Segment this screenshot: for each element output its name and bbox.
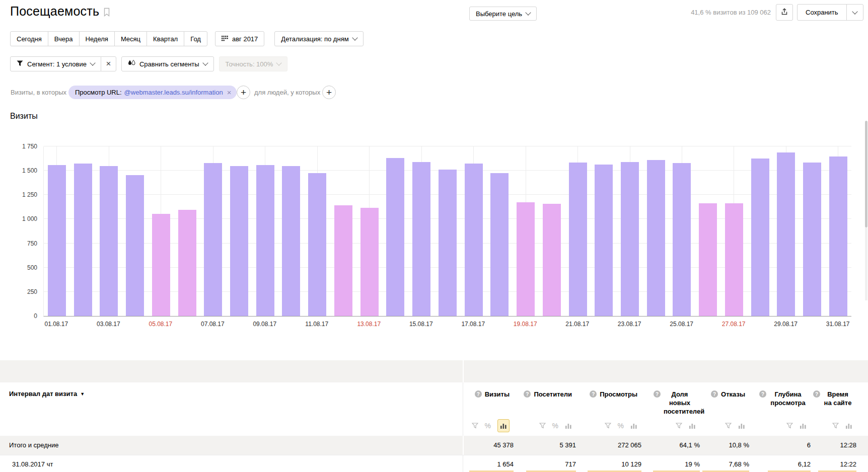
export-button[interactable] xyxy=(776,4,793,21)
preset-button-6[interactable]: Год xyxy=(184,31,207,46)
help-icon[interactable]: ? xyxy=(654,390,661,398)
visits-bar[interactable] xyxy=(829,156,847,316)
detail-level-button[interactable]: Детализация: по дням xyxy=(274,31,363,46)
save-button[interactable]: Сохранить xyxy=(797,4,863,21)
column-header-label: Глубина просмотра xyxy=(769,390,807,407)
row-value: 10 129 xyxy=(577,460,642,472)
table-header: Интервал дат визита▼ ?Визиты?Посетители?… xyxy=(0,382,868,436)
visits-bar[interactable] xyxy=(595,165,613,316)
visits-bar[interactable] xyxy=(777,152,795,316)
preset-button-4[interactable]: Месяц xyxy=(114,31,147,46)
visits-bar[interactable] xyxy=(308,173,326,316)
calendar-button[interactable]: авг 2017 xyxy=(215,31,264,46)
compare-segments-button[interactable]: Сравнить сегменты xyxy=(121,56,214,71)
chevron-down-icon xyxy=(276,60,282,65)
column-filters-2: % xyxy=(515,419,577,432)
chip-url-value[interactable]: @webmaster.leads.su/information xyxy=(124,89,223,96)
preset-button-2[interactable]: Вчера xyxy=(48,31,80,46)
visits-bar[interactable] xyxy=(178,210,196,316)
help-icon[interactable]: ? xyxy=(590,390,597,398)
select-goal-button[interactable]: Выберите цель xyxy=(469,7,537,21)
percent-icon[interactable]: % xyxy=(552,421,558,431)
visits-bar[interactable] xyxy=(230,166,248,316)
visits-bar[interactable] xyxy=(543,204,561,316)
filter-icon[interactable] xyxy=(832,421,839,431)
chip-close-icon[interactable]: × xyxy=(227,88,232,97)
percent-icon[interactable]: % xyxy=(618,421,624,431)
bar-slot xyxy=(200,146,226,316)
bookmark-icon[interactable] xyxy=(103,8,110,18)
visits-bar[interactable] xyxy=(334,205,352,316)
totals-label: Итого и средние xyxy=(9,436,58,455)
visits-bar[interactable] xyxy=(490,173,509,316)
visits-bar[interactable] xyxy=(621,162,639,316)
visits-bar[interactable] xyxy=(282,166,300,316)
row-dimension-header[interactable]: Интервал дат визита▼ xyxy=(9,390,85,398)
visits-bar[interactable] xyxy=(465,164,483,316)
preset-button-1[interactable]: Сегодня xyxy=(10,31,48,46)
help-icon[interactable]: ? xyxy=(759,390,766,398)
hist-icon[interactable] xyxy=(845,421,852,431)
totals-value: 6 xyxy=(750,436,812,455)
hist-icon[interactable] xyxy=(738,421,745,431)
help-icon[interactable]: ? xyxy=(711,390,718,398)
column-filters-6 xyxy=(750,419,812,432)
visits-bar[interactable] xyxy=(647,160,665,316)
visits-bar[interactable] xyxy=(439,170,457,316)
x-axis-label: 23.08.17 xyxy=(618,321,641,328)
visits-bar[interactable] xyxy=(152,214,170,316)
visits-bar[interactable] xyxy=(673,163,691,316)
segment-button[interactable]: Сегмент: 1 условие xyxy=(10,56,101,71)
bar-slot xyxy=(435,146,461,316)
visits-bar[interactable] xyxy=(699,203,717,316)
help-icon[interactable]: ? xyxy=(524,390,531,398)
table-row[interactable]: 31.08.2017 чт 1 65471710 12919 %7,68 %6,… xyxy=(0,455,868,472)
hist-icon[interactable] xyxy=(689,421,696,431)
percent-icon[interactable]: % xyxy=(485,421,491,431)
visits-bar[interactable] xyxy=(360,208,379,316)
help-icon[interactable]: ? xyxy=(475,390,482,398)
visits-bar[interactable] xyxy=(803,163,821,316)
row-value: 7,68 % xyxy=(701,460,750,472)
visits-bar[interactable] xyxy=(256,165,274,316)
bar-slot xyxy=(513,146,539,316)
add-people-condition-button[interactable]: + xyxy=(322,86,336,99)
url-filter-chip[interactable]: Просмотр URL: @webmaster.leads.su/inform… xyxy=(68,86,237,99)
segment-clear-button[interactable]: × xyxy=(101,56,116,71)
visits-bar[interactable] xyxy=(569,163,587,316)
calendar-button-label: авг 2017 xyxy=(232,35,258,43)
visits-bar[interactable] xyxy=(126,175,144,316)
preset-button-3[interactable]: Неделя xyxy=(79,31,115,46)
x-axis-label: 03.08.17 xyxy=(97,321,120,328)
hist-icon[interactable] xyxy=(565,421,572,431)
export-icon xyxy=(780,8,788,17)
visits-bar[interactable] xyxy=(751,159,769,316)
bar-slot xyxy=(122,146,148,316)
visits-bar[interactable] xyxy=(204,163,222,316)
filter-icon[interactable] xyxy=(676,421,682,431)
filter-icon[interactable] xyxy=(786,421,793,431)
filter-icon[interactable] xyxy=(605,421,611,431)
visits-bar[interactable] xyxy=(386,158,404,316)
bar-slot xyxy=(591,146,617,316)
visits-bar[interactable] xyxy=(74,164,92,316)
hist-icon[interactable] xyxy=(630,421,637,431)
visits-bar[interactable] xyxy=(517,202,535,316)
help-icon[interactable]: ? xyxy=(813,390,820,398)
add-visit-condition-button[interactable]: + xyxy=(237,86,250,99)
column-header-label: Визиты xyxy=(485,390,510,399)
save-dropdown[interactable] xyxy=(846,4,863,21)
filter-icon[interactable] xyxy=(472,421,478,431)
filter-icon[interactable] xyxy=(539,421,546,431)
hist-icon[interactable] xyxy=(497,419,510,432)
scrollbar-thumb[interactable] xyxy=(865,121,867,227)
visits-bar[interactable] xyxy=(725,203,743,316)
visits-bar[interactable] xyxy=(48,165,66,316)
chart-y-axis: 02505007501 0001 2501 5001 750 xyxy=(0,146,37,316)
visits-bar[interactable] xyxy=(100,166,118,316)
totals-values: 45 3785 391272 06564,1 %10,8 %612:28 xyxy=(463,436,857,455)
hist-icon[interactable] xyxy=(800,421,807,431)
visits-bar[interactable] xyxy=(412,162,430,316)
preset-button-5[interactable]: Квартал xyxy=(147,31,184,46)
filter-icon[interactable] xyxy=(725,421,732,431)
